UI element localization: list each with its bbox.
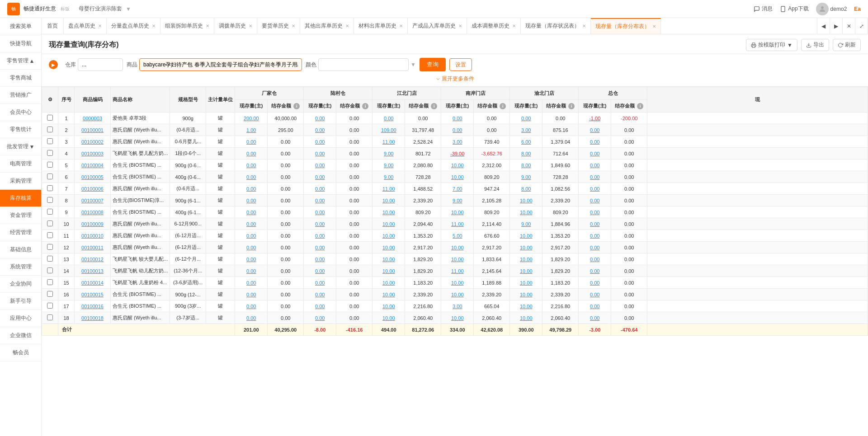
row-lc-qty[interactable]: 0.00 [304,195,336,206]
query-btn[interactable]: 查询 [420,58,446,71]
row-na-qty[interactable]: 11.00 [441,218,474,230]
row-lc-qty[interactable]: 0.00 [304,113,336,124]
row-zc-qty[interactable]: 0.00 [579,289,611,300]
row-zc-qty[interactable]: 0.00 [579,265,611,277]
row-lc-qty[interactable]: 0.00 [304,206,336,218]
print-btn[interactable]: 按模版打印 ▼ [746,39,797,51]
row-checkbox[interactable] [42,171,58,183]
row-checkbox[interactable] [42,148,58,159]
sidebar-item-vip[interactable]: 畅会员 [0,344,41,361]
row-cz-qty[interactable]: 0.00 [235,242,268,253]
row-na-qty[interactable]: 7.00 [441,183,474,195]
jb-amt-info-icon[interactable]: i [431,103,437,109]
tab-home[interactable]: 首页 [42,18,64,34]
row-lc-qty[interactable]: 0.00 [304,136,336,148]
row-checkbox[interactable] [42,312,58,324]
row-cz-qty[interactable]: 200.00 [235,113,268,124]
row-jb-qty[interactable]: 10.00 [373,230,405,242]
sidebar-item-operations[interactable]: 经营管理 [0,224,41,241]
row-code[interactable]: 0000003 [75,113,111,124]
tab-item-7[interactable]: 材料出库单历史✕ [354,18,408,34]
tab-close-all-btn[interactable]: ✕ [843,18,855,34]
sidebar-item-guide[interactable]: 新手引导 [0,293,41,310]
row-na-qty[interactable]: 11.00 [441,265,474,277]
row-yb-qty[interactable]: 10.00 [510,300,542,312]
row-lc-qty[interactable]: 0.00 [304,265,336,277]
row-yb-qty[interactable]: 9.00 [510,218,542,230]
warehouse-input[interactable] [78,58,123,71]
row-code[interactable]: 00100004 [75,159,111,171]
row-checkbox[interactable] [42,206,58,218]
sidebar-item-wechat[interactable]: 企业微信 [0,327,41,344]
row-yb-qty[interactable]: 3.00 [510,124,542,136]
tab-close-7[interactable]: ✕ [399,23,403,28]
row-yb-qty[interactable]: 0.00 [510,113,542,124]
row-code[interactable]: 00100012 [75,253,111,265]
row-zc-qty[interactable]: -1.00 [579,113,611,124]
setting-btn[interactable]: 设置 [449,58,472,71]
row-jb-qty[interactable]: 10.00 [373,277,405,289]
sidebar-item-finance[interactable]: 资金管理 [0,207,41,224]
row-checkbox[interactable] [42,253,58,265]
tab-close-1[interactable]: ✕ [98,23,102,28]
industry-selector[interactable]: 母婴行业演示陈套 [79,5,122,13]
tab-item-1[interactable]: 盘点单历史✕ [64,18,107,34]
row-cz-qty[interactable]: 0.00 [235,136,268,148]
expand-conditions-btn[interactable]: 展开更多条件 [435,75,474,83]
tab-fullscreen-btn[interactable]: ⤢ [855,18,868,34]
row-jb-qty[interactable]: 11.00 [373,136,405,148]
row-lc-qty[interactable]: 0.00 [304,289,336,300]
row-jb-qty[interactable]: 9.00 [373,171,405,183]
row-yb-qty[interactable]: 10.00 [510,206,542,218]
settings-gear-icon[interactable]: ⚙ [47,96,54,103]
row-cz-qty[interactable]: 0.00 [235,253,268,265]
row-checkbox[interactable] [42,183,58,195]
row-jb-qty[interactable]: 10.00 [373,242,405,253]
row-zc-qty[interactable]: 0.00 [579,136,611,148]
tab-close-9[interactable]: ✕ [512,23,516,28]
row-code[interactable]: 00100013 [75,265,111,277]
app-download-btn[interactable]: App下载 [780,5,808,13]
row-zc-qty[interactable]: 0.00 [579,300,611,312]
row-na-qty[interactable]: 5.00 [441,230,474,242]
row-na-qty[interactable]: 10.00 [441,171,474,183]
row-lc-qty[interactable]: 0.00 [304,253,336,265]
row-zc-qty[interactable]: 0.00 [579,195,611,206]
row-na-qty[interactable]: 10.00 [441,159,474,171]
row-code[interactable]: 00100018 [75,312,111,324]
row-yb-qty[interactable]: 10.00 [510,277,542,289]
row-checkbox[interactable] [42,218,58,230]
row-code[interactable]: 00100011 [75,242,111,253]
cz-amt-info-icon[interactable]: i [293,103,300,109]
row-jb-qty[interactable]: 0.00 [373,113,405,124]
row-code[interactable]: 00100006 [75,183,111,195]
row-zc-qty[interactable]: 0.00 [579,206,611,218]
row-cz-qty[interactable]: 0.00 [235,230,268,242]
row-yb-qty[interactable]: 9.00 [510,171,542,183]
row-yb-qty[interactable]: 10.00 [510,253,542,265]
row-code[interactable]: 00100008 [75,206,111,218]
row-lc-qty[interactable]: 0.00 [304,159,336,171]
row-zc-qty[interactable]: 0.00 [579,312,611,324]
row-zc-qty[interactable]: 0.00 [579,159,611,171]
tab-item-8[interactable]: 产成品入库单历史✕ [408,18,467,34]
tab-item-6[interactable]: 其他出库单历史✕ [300,18,354,34]
row-na-qty[interactable]: 10.00 [441,242,474,253]
row-lc-qty[interactable]: 0.00 [304,312,336,324]
row-checkbox[interactable] [42,300,58,312]
row-cz-qty[interactable]: 0.00 [235,289,268,300]
row-cz-qty[interactable]: 0.00 [235,300,268,312]
tab-item-4[interactable]: 调拨单历史✕ [214,18,257,34]
row-cz-qty[interactable]: 0.00 [235,312,268,324]
row-checkbox[interactable] [42,230,58,242]
tab-item-10[interactable]: 现存量（库存状况表）✕ [521,18,591,34]
sidebar-item-inventory[interactable]: 库存核算 [0,190,41,207]
sidebar-item-apps[interactable]: 应用中心 [0,310,41,327]
filter-toggle-btn[interactable]: ▶ [49,60,58,69]
tab-close-5[interactable]: ✕ [292,23,295,28]
row-zc-qty[interactable]: 0.00 [579,148,611,159]
row-zc-qty[interactable]: 0.00 [579,218,611,230]
row-lc-qty[interactable]: 0.00 [304,277,336,289]
color-dropdown-icon[interactable]: ▼ [410,61,416,68]
tab-close-3[interactable]: ✕ [206,23,209,28]
